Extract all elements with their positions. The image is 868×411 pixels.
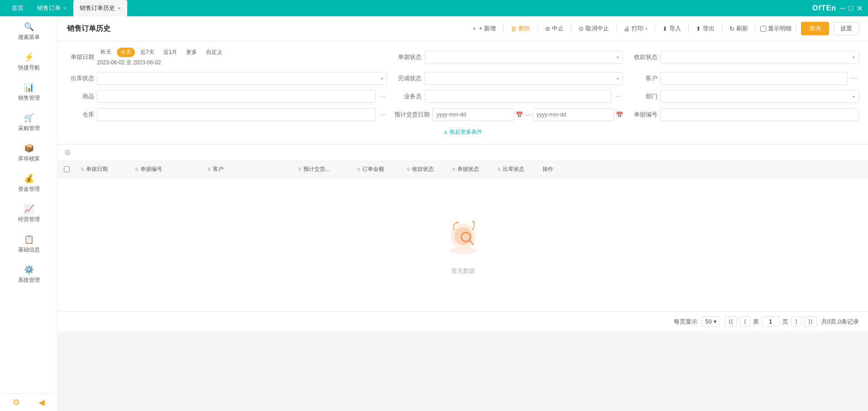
next-page-btn[interactable]: ⟩ [791,316,801,327]
warehouse-dots[interactable]: ··· [378,111,387,119]
sidebar-item-finance[interactable]: 💰 资金管理 [0,168,58,198]
table-container: ⚙ ⇅ 单据日期 ⇅ 单据编号 ⇅ 客户 ⇅ [58,145,868,311]
display-toggle-checkbox[interactable] [760,26,766,32]
th-customer[interactable]: ⇅ 客户 [203,162,293,177]
page-size-select[interactable]: 50 ▾ [702,316,719,327]
sidebar-item-quick-nav-label: 快捷导航 [18,64,40,72]
order-no-label: 单据编号 [630,111,657,119]
refresh-button[interactable]: ↻ 刷新 [727,23,751,34]
th-date[interactable]: ⇅ 单据日期 [76,162,130,177]
import-button[interactable]: ⬇ 导入 [660,23,684,34]
tab-home-label: 首页 [12,4,24,12]
sales-icon: 📊 [24,82,34,92]
sidebar-item-system[interactable]: ⚙️ 系统管理 [0,259,58,290]
delivery-date-start[interactable] [432,108,514,121]
receipt-status-select[interactable]: ▾ [660,51,859,63]
table-settings-icon[interactable]: ⚙ [64,148,71,157]
out-status-chevron: ▾ [381,76,383,81]
page-number-input[interactable] [762,316,780,327]
date-dash: — [525,111,531,118]
display-toggle-label: 显示明细 [768,24,791,33]
settings-bottom-icon[interactable]: ⚙ [13,397,20,407]
date-tag-more[interactable]: 更多 [182,48,201,57]
filter-receipt-status: 收款状态 ▾ [630,51,859,63]
tab-home[interactable]: 首页 [5,0,30,16]
sidebar-item-inventory-label: 库存核算 [18,155,40,163]
date-tag-custom[interactable]: 自定义 [202,48,226,57]
tab-sales-history-close[interactable]: × [118,5,120,11]
salesman-input[interactable] [424,90,612,103]
first-page-btn[interactable]: ⟨⟨ [724,316,737,327]
order-no-input[interactable] [660,108,859,121]
tab-sales-order[interactable]: 销售订单 × [31,0,72,16]
sort-icon-out: ⇅ [497,167,501,172]
cancel-stop-button[interactable]: ⊙ 取消中止 [576,23,612,34]
customer-dots[interactable]: ··· [849,74,859,82]
salesman-dots[interactable]: ··· [614,92,623,101]
out-status-label: 出库状态 [67,74,94,82]
complete-status-select[interactable]: ▾ [424,72,623,85]
new-button[interactable]: ＋ + 新增 [469,23,499,34]
customer-input[interactable] [660,72,848,85]
date-tag-yesterday[interactable]: 昨天 [97,48,115,57]
last-page-btn[interactable]: ⟩⟩ [804,316,817,327]
th-delivery[interactable]: ⇅ 预计交货... [293,162,352,177]
sidebar-item-operations[interactable]: 📈 经营管理 [0,198,58,229]
import-icon: ⬇ [662,25,667,32]
sidebar-item-purchase[interactable]: 🛒 采购管理 [0,107,58,138]
date-tag-7days[interactable]: 近7天 [137,48,158,57]
out-status-select[interactable]: ▾ [97,72,387,85]
th-action: 操作 [538,162,868,177]
product-input[interactable] [97,90,376,103]
product-dots[interactable]: ··· [378,92,387,101]
sidebar-item-sales[interactable]: 📊 销售管理 [0,77,58,107]
window-max-btn[interactable]: □ [849,4,853,12]
th-out-status[interactable]: ⇅ 出库状态 [493,162,538,177]
stop-button[interactable]: ⊘ 中止 [542,23,566,34]
delete-button[interactable]: 🗑 删除 [508,23,533,34]
date-tag-today[interactable]: 今天 [117,48,135,57]
select-all-checkbox[interactable] [64,166,70,172]
prev-page-btn[interactable]: ⟨ [740,316,750,327]
sort-icon-customer: ⇅ [207,167,211,172]
collapse-row: ∧ 收起更多条件 [67,126,859,138]
collapse-sidebar-icon[interactable]: ◀ [38,397,45,407]
sort-icon-order: ⇅ [452,167,456,172]
divider7 [722,25,722,32]
svg-point-2 [454,227,472,245]
sidebar-item-basic-info[interactable]: 📋 基础信息 [0,229,58,259]
th-pay-status[interactable]: ⇅ 收款状态 [402,162,447,177]
th-no[interactable]: ⇅ 单据编号 [130,162,203,177]
tab-sales-order-close[interactable]: × [63,5,66,11]
product-label: 商品 [67,92,94,101]
print-button[interactable]: 🖨 打印 ▾ [621,23,650,34]
calendar-icon-1[interactable]: 📅 [516,111,523,118]
quick-nav-icon: ⚡ [24,52,34,62]
window-min-btn[interactable]: ─ [840,4,845,12]
sidebar-item-inventory[interactable]: 📦 库存核算 [0,138,58,168]
top-bar: 首页 销售订单 × 销售订单历史 × OfTEn ─ □ ✕ [0,0,868,16]
th-customer-label: 客户 [213,165,224,173]
th-order-status[interactable]: ⇅ 单据状态 [447,162,493,177]
tab-sales-history[interactable]: 销售订单历史 × [73,0,127,16]
divider8 [755,25,756,32]
delivery-date-end[interactable] [532,108,614,121]
page-unit: 页 [782,318,788,326]
setting-button[interactable]: 设置 [834,22,859,35]
order-status-select[interactable]: ▾ [424,51,623,63]
th-amount[interactable]: ⇅ 订单金额 [352,162,402,177]
window-close-btn[interactable]: ✕ [857,4,863,13]
export-button[interactable]: ⬆ 导出 [693,23,717,34]
collapse-button[interactable]: ∧ 收起更多条件 [444,128,482,136]
tab-sales-order-label: 销售订单 [37,4,61,12]
calendar-icon-2[interactable]: 📅 [616,111,623,118]
sidebar-item-quick-nav[interactable]: ⚡ 快捷导航 [0,47,58,77]
date-tag-1month[interactable]: 近1月 [160,48,181,57]
sort-icon-amount: ⇅ [357,167,360,172]
print-chevron: ▾ [645,26,647,31]
query-button[interactable]: 查询 [801,22,829,35]
warehouse-input[interactable] [97,108,376,121]
sidebar-item-search[interactable]: 🔍 搜索菜单 [0,16,58,47]
dept-select[interactable]: ▾ [660,90,859,103]
top-bar-right: OfTEn ─ □ ✕ [812,4,863,13]
